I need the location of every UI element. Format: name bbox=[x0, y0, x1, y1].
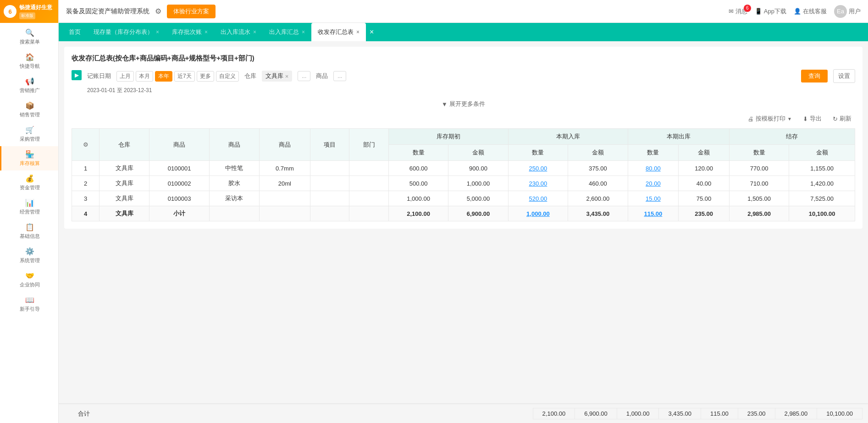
cell-out-qty-3[interactable]: 15.00 bbox=[628, 191, 679, 206]
cell-out-amt-3: 75.00 bbox=[679, 191, 730, 206]
cell-subtotal-warehouse: 文具库 bbox=[100, 206, 149, 221]
query-button[interactable]: 查询 bbox=[801, 70, 828, 82]
header-right: ✉ 消息 6 📱 App下载 👤 在线客服 Ea 用户 bbox=[729, 5, 861, 18]
cell-in-qty-1[interactable]: 250.00 bbox=[508, 161, 568, 176]
purchase-icon: 🛒 bbox=[25, 126, 34, 134]
cell-dept-1 bbox=[349, 161, 389, 176]
cell-subtotal-opening-qty: 2,100.00 bbox=[388, 206, 448, 221]
export-button[interactable]: ⬇ 导出 bbox=[799, 113, 825, 125]
warehouse-label: 仓库 bbox=[244, 72, 256, 80]
date-btn-custom[interactable]: 自定义 bbox=[216, 71, 239, 82]
sidebar-item-purchase[interactable]: 🛒 采购管理 bbox=[0, 122, 58, 146]
settings-icon[interactable]: ⚙ bbox=[155, 7, 161, 16]
cell-subtotal-closing-amt: 10,100.00 bbox=[789, 206, 855, 221]
tab-inout-summary[interactable]: 出入库汇总 × bbox=[263, 23, 311, 41]
cell-in-qty-2[interactable]: 230.00 bbox=[508, 176, 568, 191]
th-group-in: 本期入库 bbox=[508, 129, 628, 145]
cell-out-qty-1[interactable]: 80.00 bbox=[628, 161, 679, 176]
print-button[interactable]: 🖨 按模板打印 ▼ bbox=[744, 113, 796, 125]
avatar: Ea bbox=[834, 5, 847, 18]
date-btn-last-7days[interactable]: 近7天 bbox=[174, 71, 195, 82]
sidebar-item-marketing[interactable]: 📢 营销推广 bbox=[0, 73, 58, 98]
trial-button[interactable]: 体验行业方案 bbox=[167, 5, 216, 18]
sidebar-item-sales[interactable]: 📦 销售管理 bbox=[0, 98, 58, 122]
th-opening-qty: 数量 bbox=[388, 145, 448, 161]
table-settings-icon[interactable]: ⚙ bbox=[83, 141, 88, 148]
cell-subtotal-label: 小计 bbox=[149, 206, 209, 221]
date-btn-this-month[interactable]: 本月 bbox=[136, 71, 153, 82]
cell-closing-qty-2: 710.00 bbox=[729, 176, 789, 191]
tab-close-batch-ledger[interactable]: × bbox=[205, 29, 208, 35]
sidebar-item-guide[interactable]: 📖 新手引导 bbox=[0, 292, 58, 316]
cell-closing-qty-3: 1,505.00 bbox=[729, 191, 789, 206]
goods-label: 商品 bbox=[316, 72, 328, 80]
cell-subtotal-blank2 bbox=[260, 206, 310, 221]
th-project: 项目 bbox=[310, 129, 349, 161]
warehouse-tag: 文具库 × bbox=[262, 71, 293, 82]
tab-inout-flow[interactable]: 出入库流水 × bbox=[214, 23, 263, 41]
date-label: 记账日期 bbox=[87, 72, 111, 80]
expand-conditions-button[interactable]: ▼ 展开更多条件 bbox=[442, 100, 485, 108]
data-table: ⚙ 仓库 商品 商品 商品 项目 部门 库存期初 本期入库 本期出库 结存 bbox=[72, 128, 855, 221]
basic-info-icon: 📋 bbox=[25, 223, 34, 231]
tab-close-inout-flow[interactable]: × bbox=[253, 29, 256, 35]
cell-spec-2: 20ml bbox=[260, 176, 310, 191]
cell-closing-amt-1: 1,155.00 bbox=[789, 161, 855, 176]
sidebar-item-basic-info[interactable]: 📋 基础信息 bbox=[0, 219, 58, 243]
tab-home[interactable]: 首页 bbox=[62, 23, 87, 41]
th-warehouse: 仓库 bbox=[100, 129, 149, 161]
tab-batch-ledger[interactable]: 库存批次账 × bbox=[166, 23, 214, 41]
th-in-qty: 数量 bbox=[508, 145, 568, 161]
sidebar-item-system[interactable]: ⚙️ 系统管理 bbox=[0, 243, 58, 268]
tab-close-inout-summary[interactable]: × bbox=[302, 29, 305, 35]
header-left: 装备及固定资产辅助管理系统 ⚙ 体验行业方案 bbox=[66, 5, 216, 18]
warehouse-more-button[interactable]: ... bbox=[298, 71, 310, 81]
filter-toggle-button[interactable]: ▶ bbox=[72, 70, 82, 80]
th-dept: 部门 bbox=[349, 129, 389, 161]
cell-out-amt-1: 120.00 bbox=[679, 161, 730, 176]
total-out-qty: 115.00 bbox=[701, 408, 738, 419]
sidebar-item-inventory[interactable]: 🏪 库存核算 bbox=[0, 146, 58, 170]
refresh-icon: ↻ bbox=[833, 115, 838, 122]
cell-project-2 bbox=[310, 176, 349, 191]
tab-close-inventory-dist[interactable]: × bbox=[156, 29, 159, 35]
online-service-button[interactable]: 👤 在线客服 bbox=[794, 7, 827, 16]
cell-dept-3 bbox=[349, 191, 389, 206]
cell-in-qty-3[interactable]: 520.00 bbox=[508, 191, 568, 206]
goods-more-button[interactable]: ... bbox=[333, 71, 346, 81]
tab-collect-summary[interactable]: 收发存汇总表 × bbox=[311, 23, 366, 41]
sidebar-item-search[interactable]: 🔍 搜索菜单 bbox=[0, 25, 58, 49]
date-btn-more[interactable]: 更多 bbox=[197, 71, 214, 82]
sidebar-item-finance[interactable]: 💰 资金管理 bbox=[0, 170, 58, 195]
message-button[interactable]: ✉ 消息 6 bbox=[729, 7, 747, 16]
th-settings[interactable]: ⚙ bbox=[72, 129, 100, 161]
filter-area: ▶ 记账日期 上月 本月 本年 近7天 更多 自定义 仓库 bbox=[72, 69, 855, 94]
cell-out-qty-2[interactable]: 20.00 bbox=[628, 176, 679, 191]
inventory-icon: 🏪 bbox=[25, 150, 34, 159]
date-btn-this-year[interactable]: 本年 bbox=[155, 71, 172, 82]
cell-subtotal-out-qty[interactable]: 115.00 bbox=[628, 206, 679, 221]
user-menu[interactable]: Ea 用户 bbox=[834, 5, 861, 18]
print-dropdown-icon: ▼ bbox=[787, 116, 792, 121]
page-title: 收发存汇总表(按仓库+商品编码+商品+规格型号+项目+部门) bbox=[72, 54, 855, 63]
sidebar-item-enterprise[interactable]: 🤝 企业协同 bbox=[0, 268, 58, 292]
tab-close-collect-summary[interactable]: × bbox=[356, 29, 359, 35]
tabs-bar: 首页 现存量（库存分布表） × 库存批次账 × 出入库流水 × 出入库汇总 × … bbox=[59, 23, 868, 41]
setting-button[interactable]: 设置 bbox=[833, 69, 855, 83]
cell-code-2: 0100002 bbox=[149, 176, 209, 191]
warehouse-tag-close[interactable]: × bbox=[285, 73, 289, 80]
cell-spec-3 bbox=[260, 191, 310, 206]
date-btn-last-month[interactable]: 上月 bbox=[116, 71, 134, 82]
th-goods-spec: 商品 bbox=[260, 129, 310, 161]
cell-subtotal-in-qty[interactable]: 1,000.00 bbox=[508, 206, 568, 221]
sidebar-item-operations[interactable]: 📊 经营管理 bbox=[0, 195, 58, 219]
refresh-button[interactable]: ↻ 刷新 bbox=[829, 113, 855, 125]
sales-icon: 📦 bbox=[25, 101, 34, 110]
sidebar-item-quick-nav[interactable]: 🏠 快捷导航 bbox=[0, 49, 58, 73]
marketing-icon: 📢 bbox=[25, 77, 34, 86]
cell-opening-amt-2: 1,000.00 bbox=[448, 176, 508, 191]
tab-inventory-dist[interactable]: 现存量（库存分布表） × bbox=[87, 23, 166, 41]
close-all-tabs-button[interactable]: × bbox=[366, 28, 377, 36]
app-download-button[interactable]: 📱 App下载 bbox=[755, 7, 786, 16]
th-goods-code: 商品 bbox=[149, 129, 209, 161]
